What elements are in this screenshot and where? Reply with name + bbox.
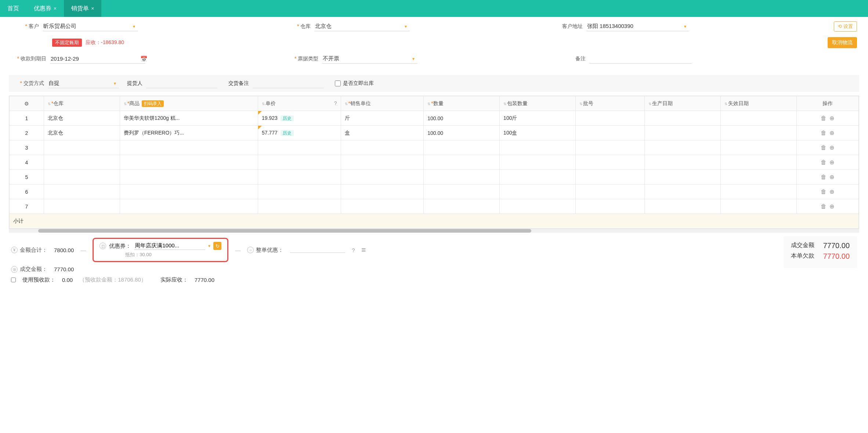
total-value: 7800.00 [54,247,74,253]
delete-icon[interactable]: 🗑 [821,115,827,121]
summary-owe-label: 本单欠款 [791,252,814,261]
prepay-balance: （预收款金额：18706.80） [79,276,147,283]
summary-owe-value: 7770.00 [823,252,850,261]
delete-icon[interactable]: 🗑 [821,130,827,136]
picker-input[interactable] [146,79,217,88]
order-discount-label: ○整单优惠： [247,247,283,254]
add-icon[interactable]: ⊕ [829,189,834,195]
col-mfgdate[interactable]: ⇅生产日期 [645,96,721,111]
scan-badge[interactable]: 扫码录入 [142,100,164,107]
prepay-label: 使用预收款： [22,276,55,283]
close-icon[interactable]: × [91,6,94,11]
help-icon[interactable]: ? [352,247,355,253]
equals-icon: = [362,246,366,254]
discount-icon: ○ [247,247,254,253]
col-product[interactable]: ⇅*商品扫码录入 [120,96,258,111]
summary-deal-label: 成交金额 [791,241,814,250]
delete-icon[interactable]: 🗑 [821,159,827,165]
deal-label: ◎成交金额： [11,266,47,273]
table-row[interactable]: 3 🗑⊕ [10,140,859,155]
delete-icon[interactable]: 🗑 [821,144,827,151]
table-row[interactable]: 5 🗑⊕ [10,170,859,185]
table-row[interactable]: 1 北京仓 华美华夫软饼1200g 糕... 19.923 历史 斤 100.0… [10,111,859,126]
col-expdate[interactable]: ⇅失效日期 [720,96,796,111]
warehouse-input[interactable] [314,22,410,31]
col-price[interactable]: ⇅单价? [258,96,341,111]
use-prepay-checkbox[interactable] [11,278,16,282]
address-label: 客户地址 [555,23,583,30]
col-unit[interactable]: ⇅*销售单位 [341,96,424,111]
chevron-down-icon: ▾ [208,243,210,248]
tab-bar: 首页 优惠券× 销货单× [0,0,868,17]
add-icon[interactable]: ⊕ [829,174,834,180]
settings-header[interactable]: ⚙ [10,96,44,111]
deal-icon: ◎ [11,266,18,273]
add-icon[interactable]: ⊕ [829,130,834,136]
col-packqty[interactable]: ⇅包装数量 [500,96,576,111]
line-items-table: ⚙ ⇅*仓库 ⇅*商品扫码录入 ⇅单价? ⇅*销售单位 ⇅*数量 ⇅包装数量 ⇅… [9,96,859,229]
col-action: 操作 [796,96,858,111]
actual-value: 7770.00 [195,277,214,283]
coupon-select[interactable] [134,242,205,250]
period-badge: 不固定账期 [52,39,82,47]
table-row[interactable]: 4 🗑⊕ [10,155,859,170]
deal-value: 7770.00 [54,266,74,272]
close-icon[interactable]: × [54,6,57,11]
col-qty[interactable]: ⇅*数量 [424,96,500,111]
table-header-row: ⚙ ⇅*仓库 ⇅*商品扫码录入 ⇅单价? ⇅*销售单位 ⇅*数量 ⇅包装数量 ⇅… [10,96,859,111]
customer-label: *客户 [11,23,39,30]
delete-icon[interactable]: 🗑 [821,174,827,180]
order-discount-input[interactable] [290,247,345,253]
total-label: ¥金额合计： [11,247,47,254]
summary-deal-value: 7770.00 [823,241,850,250]
footer: ¥金额合计： 7800.00 — ◫ 优惠券： ▾ ↻ 抵扣：30.00 — ○… [0,233,868,292]
tab-sales-order[interactable]: 销货单× [64,0,101,17]
add-icon[interactable]: ⊕ [829,115,834,121]
summary-box: 成交金额 7770.00 本单欠款 7770.00 [784,236,857,268]
table-row[interactable]: 2 北京仓 费列罗（FERRERO）巧... 57.777 历史 盒 100.0… [10,126,859,140]
col-batch[interactable]: ⇅批号 [575,96,644,111]
add-icon[interactable]: ⊕ [829,203,834,210]
remark-input[interactable] [589,54,692,64]
cancel-logistics-button[interactable]: 取消物流 [828,37,857,48]
immediate-out-checkbox[interactable] [335,80,341,86]
yen-icon: ¥ [11,247,18,253]
coupon-icon: ◫ [100,243,106,249]
coupon-box: ◫ 优惠券： ▾ ↻ 抵扣：30.00 [93,238,228,262]
warehouse-label: *仓库 [283,23,311,30]
picker-label: 提货人 [127,80,142,87]
payment-due-input[interactable] [50,54,145,64]
horizontal-scrollbar[interactable] [9,229,859,233]
address-input[interactable] [586,22,689,31]
invoice-type-label: *票据类型 [290,56,318,62]
add-icon[interactable]: ⊕ [829,159,834,165]
help-icon[interactable]: ? [334,100,337,106]
customer-input[interactable] [43,22,138,31]
delete-icon[interactable]: 🗑 [821,189,827,195]
tab-home[interactable]: 首页 [0,0,26,17]
delete-icon[interactable]: 🗑 [821,203,827,210]
calendar-icon[interactable]: 📅 [140,56,148,62]
delivery-method-label: *交货方式 [16,80,44,87]
invoice-type-input[interactable] [322,54,417,64]
table-row[interactable]: 6 🗑⊕ [10,185,859,199]
immediate-out-label: 是否立即出库 [343,80,374,87]
coupon-deduction: 抵扣：30.00 [100,251,221,258]
col-warehouse[interactable]: ⇅*仓库 [44,96,120,111]
add-icon[interactable]: ⊕ [829,144,834,151]
subtotal-row: 小计 [10,214,859,229]
tab-coupon[interactable]: 优惠券× [26,0,64,17]
payment-due-label: *收款到期日 [11,56,46,62]
delivery-bar: *交货方式 ▾ 提货人 交货备注 是否立即出库 [9,75,859,92]
coupon-label: 优惠券： [109,243,131,250]
delivery-note-input[interactable] [253,79,324,88]
settings-button[interactable]: ⟲ 设置 [834,21,857,32]
prepay-value: 0.00 [62,277,73,283]
receivable-text: 应收：-18639.80 [86,39,124,46]
remark-label: 备注 [558,56,586,62]
delivery-note-label: 交货备注 [228,80,249,87]
form-area: *客户 ▾ *仓库 ▾ 客户地址 ▾ ⟲ 设置 不固定账期 应收：-18639.… [0,17,868,72]
delivery-method-input[interactable] [48,79,119,88]
refresh-icon[interactable]: ↻ [213,242,221,250]
table-row[interactable]: 7 🗑⊕ [10,199,859,214]
